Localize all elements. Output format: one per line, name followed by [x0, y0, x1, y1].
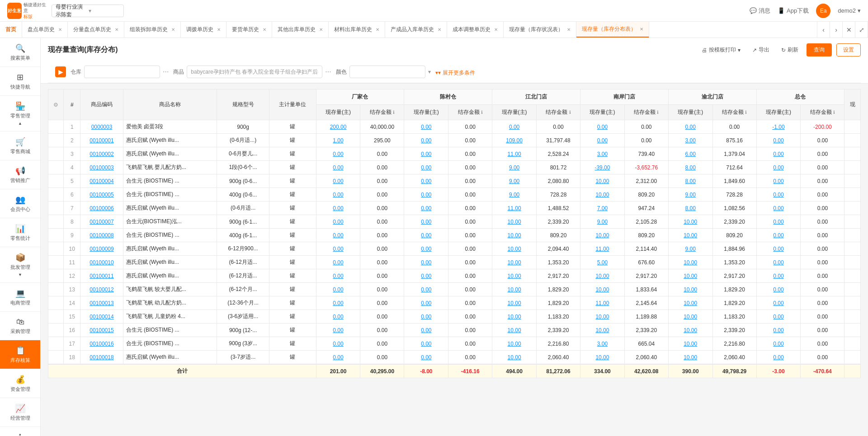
avatar[interactable]: Ea: [816, 4, 830, 18]
tab-close-all-btn[interactable]: ✕: [843, 22, 855, 38]
close-icon[interactable]: ✕: [319, 27, 323, 32]
table-row: 1100100010惠氏启赋 (Wyeth illu...(6-12月适...罐…: [48, 256, 861, 269]
page-actions: 🖨 按模板打印 ▾ ↗ 导出 ↻ 刷新 查询 设置: [698, 43, 861, 56]
col-yubei-amount: 结存金额 ℹ: [712, 105, 756, 120]
tab-yaohuo[interactable]: 要货单历史 ✕: [226, 22, 272, 38]
close-icon[interactable]: ✕: [58, 27, 62, 32]
sidebar-item-basics[interactable]: ℹ 基础信息: [0, 427, 40, 436]
col-jiangbei-group: 江北门店: [492, 89, 580, 105]
goods-input[interactable]: [187, 66, 322, 78]
table-row: 10000003爱他美 卤蛋3段900g罐200.0040,000.000.00…: [48, 120, 861, 134]
warehouse-input[interactable]: [84, 66, 160, 78]
col-yubei-group: 渝北门店: [668, 89, 756, 105]
table-row: 1300100012飞鹤星飞帆 较大婴儿配...(6-12个月...罐0.000…: [48, 283, 861, 296]
close-icon[interactable]: ✕: [438, 27, 441, 32]
col-total-amount: 结存金额 ℹ: [801, 105, 844, 120]
more-options-icon[interactable]: ···: [163, 68, 169, 76]
col-chenlu-group: 陈村仓: [404, 89, 492, 105]
sidebar-item-retail-stats[interactable]: 📊 零售统计: [0, 218, 40, 247]
sidebar-item-operations[interactable]: 📈 经营管理: [0, 398, 40, 427]
tab-fenpandian[interactable]: 分量盘点单历史 ✕: [68, 22, 124, 38]
goods-label: 商品: [173, 68, 184, 76]
logo-icon: 好生意: [7, 3, 22, 19]
tab-clchuku[interactable]: 材料出库单历史 ✕: [329, 22, 385, 38]
close-icon[interactable]: ✕: [376, 27, 379, 32]
tab-xiancunliang1[interactable]: 现存量（库存状况表） ✕: [504, 22, 576, 38]
message-btn[interactable]: 💬 消息: [750, 7, 770, 15]
print-btn[interactable]: 🖨 按模板打印 ▾: [698, 44, 744, 56]
col-factory-amount: 结存金额 ℹ: [360, 105, 404, 120]
close-icon[interactable]: ✕: [494, 27, 498, 32]
sidebar-item-search[interactable]: 🔍 搜索英单: [0, 38, 40, 67]
close-icon[interactable]: ✕: [640, 27, 643, 32]
color-input[interactable]: [349, 66, 425, 78]
col-jiangbei-stock: 现存量(主): [492, 105, 537, 120]
member-icon: 👥: [15, 195, 25, 205]
sidebar-item-wholesale[interactable]: 📦 批发管理 ▼: [0, 247, 40, 282]
sidebar-item-finance[interactable]: 💰 资金管理: [0, 369, 40, 398]
tab-zuzhuang[interactable]: 组装拆卸单历史 ✕: [124, 22, 181, 38]
purchase-icon: 🛍: [16, 317, 24, 327]
tab-chanpin[interactable]: 产成品入库单历史 ✕: [385, 22, 447, 38]
warehouse-filter: 仓库 ···: [71, 66, 169, 78]
sidebar: 🔍 搜索英单 ⊞ 快捷导航 🏪 零售管理 ▲ 🛒 零售商城 📢 营销推广 👥 会…: [0, 38, 41, 436]
tab-nav-btns: ‹ › ✕ ⤢: [817, 22, 868, 38]
wholesale-icon: 📦: [15, 253, 25, 263]
chevron-down-icon: ▾▾: [435, 70, 441, 76]
close-icon[interactable]: ✕: [263, 27, 266, 32]
col-jiangbei-amount: 结存金额 ℹ: [537, 105, 580, 120]
finance-icon: 💰: [15, 375, 25, 384]
tab-next-btn[interactable]: ›: [830, 22, 843, 38]
expand-more-btn[interactable]: ▾▾ 展开更多条件: [435, 69, 475, 77]
close-icon[interactable]: ✕: [171, 27, 175, 32]
color-filter: 颜色 ▾: [336, 66, 431, 78]
refresh-btn[interactable]: ↻ 刷新: [778, 44, 802, 56]
app-download-btn[interactable]: 📱 App下载: [778, 7, 809, 15]
close-icon[interactable]: ✕: [115, 27, 118, 32]
table-row: 1800100018惠氏启赋 (Wyeth illu...(3-7岁适...罐0…: [48, 351, 861, 365]
operations-icon: 📈: [15, 403, 25, 413]
goods-more-icon[interactable]: ···: [325, 68, 331, 76]
content-area: 现存量查询(库存分布) 🖨 按模板打印 ▾ ↗ 导出 ↻ 刷新: [41, 38, 868, 436]
sidebar-item-ecommerce[interactable]: 💻 电商管理: [0, 283, 40, 312]
col-yubei-stock: 现存量(主): [668, 105, 712, 120]
col-code-header: 商品编码: [80, 89, 123, 120]
close-icon[interactable]: ✕: [217, 27, 221, 32]
settings-btn[interactable]: 设置: [836, 43, 861, 56]
table-row: 200100001惠氏启赋 (Wyeth illu...(0-6月适...)罐1…: [48, 134, 861, 147]
filter-expand-btn[interactable]: ▶: [55, 66, 66, 77]
username-label[interactable]: demo2 ▾: [838, 7, 861, 14]
print-icon: 🖨: [702, 47, 707, 53]
query-btn[interactable]: 查询: [807, 43, 832, 56]
page-header: 现存量查询(库存分布) 🖨 按模板打印 ▾ ↗ 导出 ↻ 刷新: [41, 38, 868, 84]
table-row: 1600100015合生元 (BIOSTIME) ...900g (12-...…: [48, 323, 861, 337]
tab-home[interactable]: 首页: [0, 22, 22, 38]
tab-expand-btn[interactable]: ⤢: [855, 22, 868, 38]
col-current-header: 现: [844, 89, 861, 120]
tab-xiancunliang2[interactable]: 现存量（库存分布表） ✕: [576, 22, 649, 38]
sidebar-item-inventory[interactable]: 📋 库存核算: [0, 340, 40, 369]
sidebar-item-marketing[interactable]: 📢 营销推广: [0, 160, 40, 189]
tab-prev-btn[interactable]: ‹: [817, 22, 830, 38]
export-btn[interactable]: ↗ 导出: [749, 44, 773, 56]
sidebar-item-member[interactable]: 👥 会员中心: [0, 189, 40, 218]
tab-pandian[interactable]: 盘点单历史 ✕: [22, 22, 68, 38]
table-row: 900100008合生元 (BIOSTIME) ...400g (6-1...罐…: [48, 229, 861, 242]
tab-chengben[interactable]: 成本调整单历史 ✕: [447, 22, 504, 38]
tab-bar: 首页 盘点单历史 ✕ 分量盘点单历史 ✕ 组装拆卸单历史 ✕ 调拨单历史 ✕ 要…: [0, 22, 868, 38]
col-total-group: 总仓: [756, 89, 844, 105]
store-icon: 🏪: [15, 101, 25, 111]
col-seq-header: #: [64, 89, 80, 120]
sidebar-item-retail-mall[interactable]: 🛒 零售商城: [0, 131, 40, 160]
table-row: 1700100016合生元 (BIOSTIME) ...900g (3岁...罐…: [48, 337, 861, 351]
tab-qitachuku[interactable]: 其他出库单历史 ✕: [272, 22, 329, 38]
top-header: 好生意 畅捷通好生意 标版 母婴行业演示陈套 ▾ 💬 消息 📱 App下载 Ea…: [0, 0, 868, 22]
close-icon[interactable]: ✕: [567, 27, 571, 32]
sidebar-item-purchase[interactable]: 🛍 采购管理: [0, 312, 40, 340]
sidebar-item-nav[interactable]: ⊞ 快捷导航: [0, 67, 40, 96]
summary-row: 合计201.0040,295.00-8.00-416.16494.0081,27…: [48, 364, 861, 378]
company-selector[interactable]: 母婴行业演示陈套 ▾: [52, 5, 124, 17]
sidebar-item-retail-mgmt[interactable]: 🏪 零售管理 ▲: [0, 96, 40, 131]
col-settings-header[interactable]: ⚙: [48, 89, 64, 120]
tab-diaob[interactable]: 调拨单历史 ✕: [181, 22, 226, 38]
